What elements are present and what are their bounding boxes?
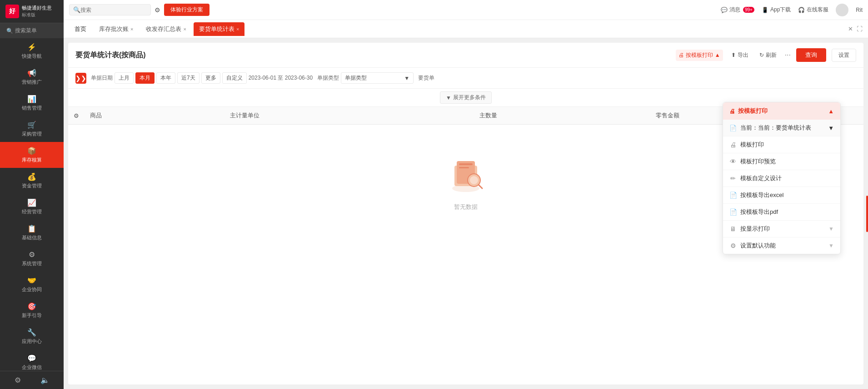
template-preview-label: 模板打印预览 [740, 157, 834, 166]
filter-expand-button[interactable]: ❯❯ [75, 73, 86, 84]
dropdown-template-preview[interactable]: 👁 模板打印预览 [723, 153, 840, 170]
template-print-label: 模板打印 [740, 141, 834, 149]
query-button[interactable]: 查询 [796, 48, 826, 62]
sidebar-item-system[interactable]: ⚙ 系统管理 [0, 246, 64, 272]
sidebar-item-cooperation[interactable]: 🤝 企业协同 [0, 272, 64, 298]
dropdown-display-print[interactable]: 🖥 按显示打印 ▼ [723, 221, 840, 237]
tab-order-stats[interactable]: 要货单统计表 × [194, 22, 244, 36]
sidebar-item-basic-info[interactable]: 📋 基础信息 [0, 220, 64, 246]
empty-text: 暂无数据 [454, 203, 478, 211]
dropdown-template-print[interactable]: 🖨 模板打印 [723, 136, 840, 153]
tab-batch-ledger-label: 库存批次账 [99, 25, 129, 33]
sidebar-item-app-center[interactable]: 🔧 应用中心 [0, 323, 64, 349]
footer-sound-icon[interactable]: 🔈 [40, 376, 50, 384]
sidebar-search[interactable]: 🔍 搜索菜单 [0, 23, 64, 38]
svg-rect-3 [459, 163, 473, 165]
sidebar-item-inventory[interactable]: 📦 库存核算 [0, 142, 64, 168]
wechat-icon: 💬 [27, 354, 36, 363]
panel-actions: 🖨 按模板打印 ▲ ⬆ 导出 ↻ 刷新 ··· 查询 设置 [676, 48, 856, 62]
trial-button[interactable]: 体验行业方案 [164, 4, 210, 16]
tab-home-label: 首页 [75, 25, 86, 33]
template-print-icon: 🖨 [729, 141, 737, 148]
operations-icon: 📈 [27, 198, 36, 207]
current-month-btn[interactable]: 本月 [135, 72, 155, 84]
doc-type-select[interactable]: 单据类型 ▼ [341, 72, 414, 84]
current-template-icon: 📄 [729, 125, 737, 131]
tab-order-stats-close[interactable]: × [236, 26, 239, 32]
topbar-right: 💬 消息 99+ 📱 App下载 🎧 在线客服 Rit [721, 4, 863, 16]
sidebar-item-label: 系统管理 [22, 260, 42, 267]
th-settings[interactable]: ⚙ [68, 107, 85, 125]
export-excel-label: 按模板导出excel [740, 191, 834, 199]
dropdown-collapse-icon[interactable]: ▲ [828, 108, 834, 115]
dropdown-template-export-pdf[interactable]: 📄 按模板导出pdf [723, 204, 840, 221]
sidebar-item-label: 销售管理 [22, 105, 42, 111]
export-button[interactable]: ⬆ 导出 [728, 50, 751, 61]
messages-icon: 💬 [721, 7, 728, 13]
sidebar-item-label: 新手引导 [22, 312, 42, 319]
svg-point-6 [470, 176, 478, 184]
app-badge: 标准版 [22, 12, 52, 18]
topbar-search-box[interactable]: 🔍 [69, 4, 151, 15]
chevron-down-icon: ▼ [404, 75, 409, 81]
tab-collection-summary[interactable]: 收发存汇总表 × [140, 22, 191, 36]
sidebar-item-label: 企业微信 [22, 364, 42, 371]
sidebar-item-guide[interactable]: 🎯 新手引导 [0, 298, 64, 323]
more-date-btn[interactable]: 更多 [201, 72, 220, 84]
resize-handle[interactable] [866, 196, 868, 232]
sidebar-item-purchase[interactable]: 🛒 采购管理 [0, 116, 64, 142]
tab-batch-ledger[interactable]: 库存批次账 × [94, 22, 139, 36]
refresh-button[interactable]: ↻ 刷新 [757, 50, 779, 61]
logo-icon: 好 [5, 5, 19, 18]
export-label: 导出 [738, 51, 748, 59]
online-service-btn[interactable]: 🎧 在线客服 [798, 6, 828, 14]
username-label: Rit [856, 7, 863, 13]
sidebar-item-wechat[interactable]: 💬 企业微信 [0, 349, 64, 371]
sidebar-item-label: 应用中心 [22, 338, 42, 345]
export-pdf-label: 按模板导出pdf [740, 208, 834, 216]
footer-settings-icon[interactable]: ⚙ [15, 376, 21, 384]
date-filter-label: 单据日期 [91, 74, 113, 82]
topbar-gear-button[interactable]: ⚙ [155, 6, 160, 14]
date-range-display: 2023-06-01 至 2023-06-30 [249, 74, 313, 82]
sidebar-item-operations[interactable]: 📈 经营管理 [0, 194, 64, 220]
print-template-button[interactable]: 🖨 按模板打印 ▲ [676, 50, 723, 61]
tab-home[interactable]: 首页 [69, 22, 92, 36]
app-logo: 好 畅捷通好生意 标准版 [0, 0, 64, 23]
sidebar-item-quick-nav[interactable]: ⚡ 快捷导航 [0, 38, 64, 64]
dropdown-default-func[interactable]: ⚙ 设置默认功能 ▼ [723, 237, 840, 254]
user-avatar-btn[interactable] [836, 4, 848, 16]
tab-close-all-icon[interactable]: ✕ [848, 25, 853, 32]
sidebar-item-finance[interactable]: 💰 资金管理 [0, 168, 64, 194]
current-year-btn[interactable]: 本年 [156, 72, 175, 84]
chevron-up-icon: ▲ [715, 52, 720, 58]
cooperation-icon: 🤝 [27, 276, 36, 285]
refresh-label: 刷新 [766, 51, 777, 59]
prev-month-btn[interactable]: 上月 [115, 72, 134, 84]
last7days-btn[interactable]: 近7天 [177, 72, 200, 84]
dropdown-template-export-excel[interactable]: 📄 按模板导出excel [723, 187, 840, 204]
more-actions-icon[interactable]: ··· [785, 51, 791, 59]
app-download-btn[interactable]: 📱 App下载 [762, 6, 791, 14]
quick-nav-icon: ⚡ [27, 43, 36, 51]
sidebar-item-sales[interactable]: 📊 销售管理 [0, 90, 64, 116]
messages-btn[interactable]: 💬 消息 99+ [721, 6, 754, 14]
sidebar-item-label: 资金管理 [22, 182, 42, 189]
app-name: 畅捷通好生意 [22, 5, 52, 11]
tab-batch-ledger-close[interactable]: × [130, 26, 133, 32]
custom-date-btn[interactable]: 自定义 [222, 72, 247, 84]
expand-more-label: 展开更多条件 [453, 94, 486, 101]
system-icon: ⚙ [29, 250, 35, 259]
dropdown-template-custom[interactable]: ✏ 模板自定义设计 [723, 170, 840, 187]
topbar: 🔍 ⚙ 体验行业方案 💬 消息 99+ 📱 App下载 🎧 在线客服 [64, 0, 868, 20]
settings-button[interactable]: 设置 [832, 49, 856, 62]
filter-bar: ❯❯ 单据日期 上月 本月 本年 近7天 更多 自定义 2023-06-01 至… [68, 68, 863, 89]
order-status-label: 要货单 [418, 74, 434, 82]
dropdown-current-template[interactable]: 📄 当前：当前：要货单统计表 ▼ [723, 120, 840, 136]
default-func-label: 设置默认功能 [740, 242, 825, 250]
expand-more-button[interactable]: ▼ 展开更多条件 [440, 91, 492, 104]
tab-collection-summary-close[interactable]: × [183, 26, 186, 32]
tab-expand-icon[interactable]: ⛶ [857, 25, 863, 32]
search-input[interactable] [80, 7, 147, 13]
sidebar-item-marketing[interactable]: 📢 营销推广 [0, 64, 64, 90]
